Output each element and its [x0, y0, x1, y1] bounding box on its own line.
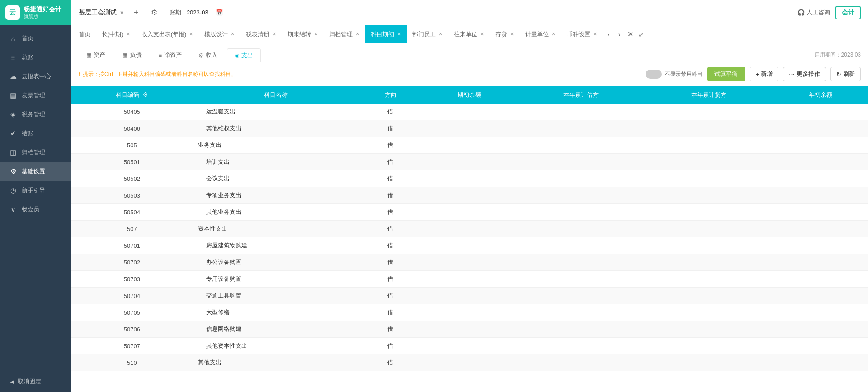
service-button[interactable]: 🎧 人工咨询: [797, 9, 830, 17]
more-button[interactable]: ⋯ 更多操作: [783, 67, 826, 81]
refresh-button[interactable]: ↻ 刷新: [830, 67, 861, 81]
table-row[interactable]: 507资本性支出借: [71, 221, 868, 237]
table-row[interactable]: 50701房屋建筑物购建借: [71, 237, 868, 254]
table-row[interactable]: 50707其他资本性支出借: [71, 338, 868, 354]
tab-home[interactable]: 首页: [73, 25, 96, 43]
sidebar-item-settings[interactable]: ⚙ 基础设置: [0, 162, 71, 181]
tab-period-end[interactable]: 期末结转 ✕: [282, 25, 324, 43]
table-row[interactable]: 510其他支出借: [71, 354, 868, 371]
table-row[interactable]: 50503专项业务支出借: [71, 187, 868, 204]
tab-close-icon[interactable]: ✕: [272, 31, 276, 37]
sidebar-pin-toggle[interactable]: ◄ 取消固定: [0, 371, 71, 392]
sub-tab-expenditure[interactable]: ◉ 支出: [227, 48, 261, 62]
add-button[interactable]: + 新增: [750, 67, 778, 81]
tab-label: 首页: [79, 30, 90, 38]
sidebar-item-guide[interactable]: ◷ 新手引导: [0, 181, 71, 200]
sidebar-item-member[interactable]: V 畅会员: [0, 200, 71, 219]
table-row[interactable]: 50405运温暖支出借: [71, 104, 868, 120]
tab-archive[interactable]: 归档管理 ✕: [324, 25, 365, 43]
balance-button[interactable]: 试算平衡: [707, 67, 745, 81]
account-button[interactable]: 会计: [835, 6, 861, 19]
cell-year-opening: [773, 154, 868, 170]
member-icon: V: [9, 206, 17, 213]
cell-direction: 借: [359, 271, 422, 288]
add-tab-button[interactable]: ＋: [130, 6, 142, 19]
tab-close-icon[interactable]: ✕: [189, 31, 193, 37]
tab-label: 部门员工: [412, 30, 436, 38]
tab-close-icon[interactable]: ✕: [397, 31, 401, 37]
add-icon: +: [755, 71, 759, 78]
tab-tax[interactable]: 税表清册 ✕: [241, 25, 282, 43]
cell-opening-balance: [422, 237, 517, 254]
tab-close-icon[interactable]: ✕: [126, 31, 130, 37]
tab-close-icon[interactable]: ✕: [355, 31, 359, 37]
table-row[interactable]: 50501培训支出借: [71, 154, 868, 170]
sidebar-item-cloud[interactable]: ☁ 云报表中心: [0, 67, 71, 86]
calendar-icon[interactable]: 📅: [216, 9, 223, 16]
tab-close-icon[interactable]: ✕: [593, 31, 597, 37]
tab-close-icon[interactable]: ✕: [480, 31, 484, 37]
cell-opening-balance: [422, 154, 517, 170]
cell-direction: 借: [359, 237, 422, 254]
sub-tab-asset[interactable]: ▦ 资产: [79, 48, 113, 62]
table-row[interactable]: 505业务支出借: [71, 137, 868, 154]
tab-dept[interactable]: 部门员工 ✕: [407, 25, 448, 43]
close-all-tabs-button[interactable]: ✕: [625, 25, 636, 43]
cell-name: 大型修缮: [193, 304, 359, 321]
sidebar-item-tax[interactable]: ◈ 税务管理: [0, 105, 71, 124]
sidebar-item-settlement[interactable]: ✔ 结账: [0, 124, 71, 143]
company-selector[interactable]: 基层工会测试 ▼: [79, 9, 124, 17]
tab-close-icon[interactable]: ✕: [552, 31, 556, 37]
sidebar-item-home[interactable]: ⌂ 首页: [0, 29, 71, 48]
table-row[interactable]: 50706信息网络购建借: [71, 321, 868, 338]
more-icon: ⋯: [789, 71, 795, 78]
tab-close-icon[interactable]: ✕: [439, 31, 443, 37]
tab-close-icon[interactable]: ✕: [510, 31, 514, 37]
home-icon: ⌂: [9, 35, 17, 43]
table-row[interactable]: 50703专用设备购置借: [71, 271, 868, 288]
sub-tab-income[interactable]: ◎ 收入: [191, 48, 225, 62]
settings-button[interactable]: ⚙: [148, 6, 160, 19]
cell-ytd-credit: [645, 237, 773, 254]
net-asset-icon: ≡: [159, 52, 162, 58]
cell-ytd-credit: [645, 271, 773, 288]
tab-close-icon[interactable]: ✕: [231, 31, 235, 37]
settlement-icon: ✔: [9, 129, 17, 137]
table-row[interactable]: 50502会议支出借: [71, 170, 868, 187]
sidebar-item-ledger[interactable]: ≡ 总账: [0, 48, 71, 67]
tab-unit[interactable]: 计量单位 ✕: [520, 25, 561, 43]
hint-icon: ℹ: [79, 71, 81, 77]
sub-tab-net-asset[interactable]: ≡ 净资产: [151, 48, 189, 62]
tab-next-button[interactable]: ›: [614, 25, 625, 43]
sub-tab-label: 资产: [94, 51, 105, 59]
tab-expand-button[interactable]: ⤢: [636, 25, 646, 43]
tab-contacts[interactable]: 往来单位 ✕: [448, 25, 490, 43]
cell-opening-balance: [422, 170, 517, 187]
cell-opening-balance: [422, 104, 517, 120]
tab-currency[interactable]: 币种设置 ✕: [561, 25, 603, 43]
cell-ytd-credit: [645, 221, 773, 237]
table-row[interactable]: 50504其他业务支出借: [71, 204, 868, 221]
disable-subject-toggle[interactable]: [646, 70, 662, 79]
table-row[interactable]: 50705大型修缮借: [71, 304, 868, 321]
tab-subject-init[interactable]: 科目期初 ✕: [365, 25, 407, 43]
cell-ytd-debit: [517, 154, 645, 170]
tab-template[interactable]: 模版设计 ✕: [199, 25, 241, 43]
table-row[interactable]: 50702办公设备购置借: [71, 254, 868, 271]
sub-tab-liability[interactable]: ▦ 负债: [115, 48, 149, 62]
tab-close-icon[interactable]: ✕: [314, 31, 318, 37]
table-row[interactable]: 50704交通工具购置借: [71, 288, 868, 304]
cell-direction: 借: [359, 288, 422, 304]
column-settings-icon[interactable]: ⚙: [142, 91, 148, 98]
sidebar-item-invoice[interactable]: ▤ 发票管理: [0, 86, 71, 105]
tab-inventory[interactable]: 存货 ✕: [490, 25, 520, 43]
cell-year-opening: [773, 288, 868, 304]
tab-mid[interactable]: 长(中期) ✕: [96, 25, 136, 43]
toolbar: ℹ 提示：按Ctrl + F键并输入科目编码或者科目名称可以查找科目。 不显示禁…: [71, 62, 868, 86]
sidebar-item-archive[interactable]: ◫ 归档管理: [0, 143, 71, 162]
tab-prev-button[interactable]: ‹: [603, 25, 614, 43]
cell-code: 505: [71, 137, 193, 154]
cell-ytd-credit: [645, 204, 773, 221]
table-row[interactable]: 50406其他维权支出借: [71, 120, 868, 137]
tab-annual[interactable]: 收入支出表(年报) ✕: [136, 25, 199, 43]
